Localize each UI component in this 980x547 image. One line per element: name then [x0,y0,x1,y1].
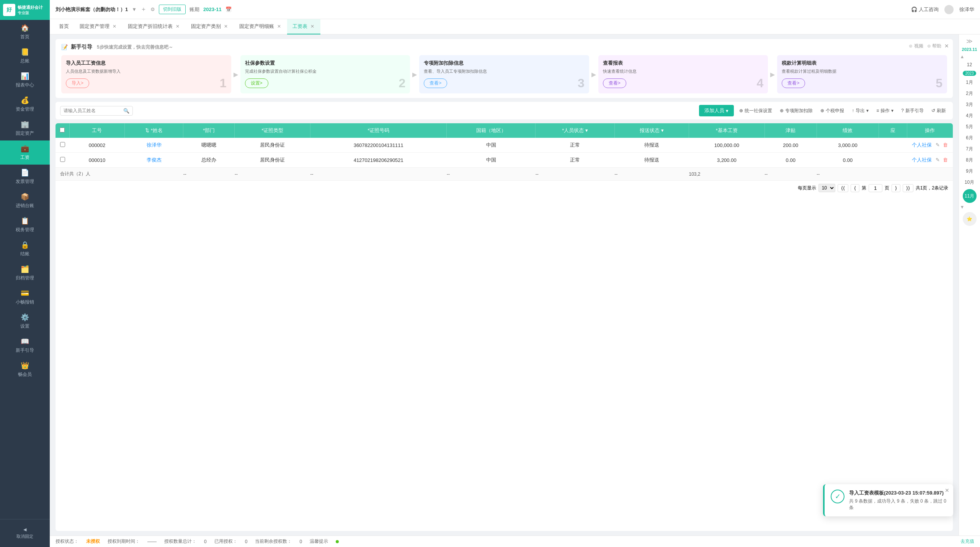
tab-fixed-assets[interactable]: 固定资产管理 ✕ [74,19,122,34]
tab-close-payroll[interactable]: ✕ [310,24,315,29]
wizard-step-4: 查看报表 快速查看统计信息 查看> 4 [598,55,768,93]
tab-fixed-category[interactable]: 固定资产类别 ✕ [186,19,234,34]
tax-report-btn[interactable]: ⊕ 个税申报 [818,106,846,116]
page-size-select[interactable]: 10 20 50 [818,184,835,192]
dept-cell: 总经办 [183,153,235,168]
footer-dash-6: -- [614,168,689,181]
last-page-btn[interactable]: ⟩⟩ [903,184,913,192]
wizard-step-1-btn[interactable]: 导入> [66,78,89,88]
export-btn[interactable]: ↑ 导出 ▾ [849,106,871,116]
emp-id-header: 工号 [69,123,125,138]
switch-version-btn[interactable]: 切到旧版 [159,5,186,14]
month-6[interactable]: 6月 [961,133,978,143]
calendar-year-label: 2023.11 [962,47,977,52]
sidebar-item-inventory[interactable]: 📦 进销台账 [0,189,50,213]
total-records: 共1页，2条记录 [916,185,948,191]
sidebar-item-fixed-assets[interactable]: 🏢 固定资产 [0,116,50,140]
month-9[interactable]: 9月 [961,166,978,176]
expand-calendar-btn[interactable]: ≫ [965,36,974,46]
op-delete-icon[interactable]: 🗑 [943,157,948,163]
tab-close-fixed-assets[interactable]: ✕ [112,24,117,29]
month-5[interactable]: 5月 [961,122,978,132]
tab-home[interactable]: 首页 [54,19,74,34]
op-social-security-btn[interactable]: 个人社保 [912,157,932,163]
unpin-button[interactable]: ◀ 取消固定 [0,523,50,543]
newbie-guide-btn[interactable]: ? 新手引导 [899,106,926,116]
month-7[interactable]: 7月 [961,144,978,154]
sidebar-item-member[interactable]: 👑 畅会员 [0,358,50,382]
member-icon: 👑 [21,361,29,370]
sidebar-item-finance[interactable]: 💰 资金管理 [0,92,50,116]
first-page-btn[interactable]: ⟨⟨ [838,184,848,192]
op-edit-icon[interactable]: ✎ [936,142,940,148]
sidebar-item-invoice[interactable]: 📄 发票管理 [0,165,50,189]
month-8[interactable]: 8月 [961,155,978,165]
sidebar-item-home[interactable]: 🏠 首页 [0,20,50,44]
row-checkbox-1[interactable] [56,153,69,168]
month-11-active[interactable]: 11月 [963,189,977,203]
special-deduction-btn[interactable]: ⊕ 专项附加扣除 [777,106,815,116]
tab-depreciation[interactable]: 固定资产折旧统计表 ✕ [122,19,186,34]
select-all-checkbox[interactable] [60,127,65,132]
month-2[interactable]: 2月 [961,88,978,99]
sidebar-item-guide[interactable]: 📖 新手引导 [0,333,50,358]
op-delete-icon[interactable]: 🗑 [943,142,948,148]
sidebar-item-payroll[interactable]: 💼 工资 [0,140,50,165]
row-checkbox-0[interactable] [56,138,69,153]
tab-close-fixed-detail[interactable]: ✕ [276,24,282,29]
sidebar-item-ledger[interactable]: 📒 总账 [0,44,50,68]
guide-icon: 📖 [21,337,29,346]
sidebar-item-report[interactable]: 📊 报表中心 [0,68,50,92]
next-year-btn[interactable]: ▼ [960,204,965,210]
human-service-btn[interactable]: 🎧 人工咨询 [911,6,939,13]
wizard-help-link[interactable]: ⊙ 帮助 [927,43,941,49]
month-3[interactable]: 3月 [961,100,978,110]
search-input[interactable] [64,108,121,113]
tab-close-depreciation[interactable]: ✕ [175,24,180,29]
favorite-btn[interactable]: ⭐ [963,212,977,226]
wizard-step-4-btn[interactable]: 查看> [603,78,626,88]
tab-fixed-detail[interactable]: 固定资产明细账 ✕ [234,19,287,34]
sidebar-item-expense[interactable]: 💳 小畅报销 [0,285,50,309]
page-label: 第 [862,185,866,191]
name-cell[interactable]: 徐泽华 [125,138,183,153]
page-input[interactable] [869,184,882,192]
recharge-link[interactable]: 去充值 [960,538,974,545]
wizard-step-3: 专项附加扣除信息 查看、导入员工专项附加扣除信息 查看> 3 [419,55,589,93]
wizard-step-5-btn[interactable]: 查看> [782,78,805,88]
month-1[interactable]: 1月 [961,77,978,88]
operate-dropdown-icon: ▾ [891,108,893,113]
operate-btn[interactable]: ≡ 操作 ▾ [874,106,896,116]
select-all-header [56,123,69,138]
month-10[interactable]: 10月 [961,177,978,188]
wizard-step-2-btn[interactable]: 设置> [245,78,268,88]
wizard-step-3-btn[interactable]: 查看> [424,78,447,88]
report-filter-icon[interactable]: ▾ [661,127,664,133]
sidebar-item-settings[interactable]: ⚙️ 设置 [0,309,50,333]
settings-gear-icon[interactable]: ⚙ [150,7,155,12]
add-company-btn[interactable]: ＋ [140,5,147,13]
status-filter-icon[interactable]: ▾ [585,127,588,133]
refresh-btn[interactable]: ↺ 刷新 [929,106,948,116]
toast-close-btn[interactable]: ✕ [945,487,949,493]
id-num-cell: 412702198206290521 [310,153,447,168]
name-cell[interactable]: 李俊杰 [125,153,183,168]
wizard-close-btn[interactable]: ✕ [944,43,949,49]
prev-page-btn[interactable]: ⟨ [851,184,859,192]
op-edit-icon[interactable]: ✎ [936,157,940,163]
calendar-icon[interactable]: 📅 [225,7,232,12]
sidebar-item-archive[interactable]: 🗂️ 归档管理 [0,261,50,285]
tab-close-fixed-category[interactable]: ✕ [223,24,229,29]
tab-payroll[interactable]: 工资表 ✕ [287,19,320,34]
social-security-btn[interactable]: ⊕ 统一社保设置 [737,106,774,116]
prev-year-btn[interactable]: ▲ [960,54,965,59]
wizard-video-link[interactable]: ⊙ 视频 [909,43,923,49]
sidebar-item-tax[interactable]: 📋 税务管理 [0,213,50,237]
month-4[interactable]: 4月 [961,111,978,121]
op-social-security-btn[interactable]: 个人社保 [912,142,932,148]
month-12[interactable]: 12 [961,60,978,69]
page-size-label: 每页显示 [798,185,816,191]
next-page-btn[interactable]: ⟩ [892,184,900,192]
sidebar-item-close[interactable]: 🔒 结账 [0,237,50,261]
add-employee-btn[interactable]: 添加人员 ▾ [699,105,734,116]
